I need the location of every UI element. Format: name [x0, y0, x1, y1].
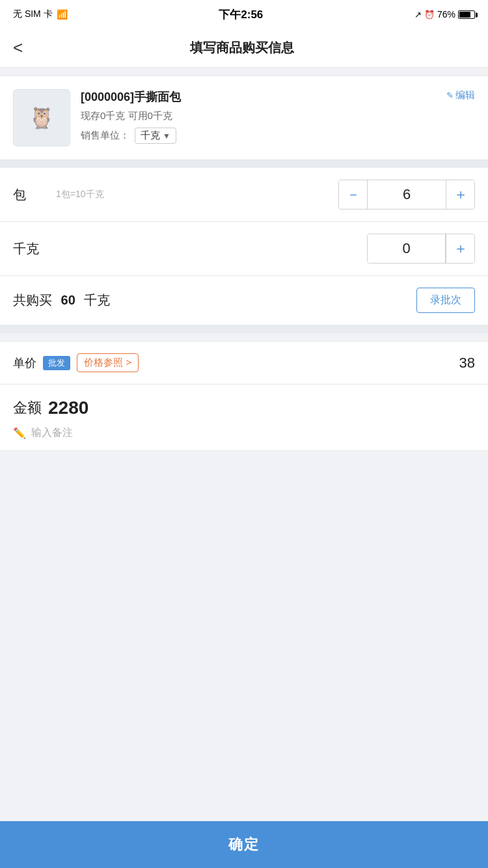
- total-unit: 千克: [84, 293, 110, 307]
- status-bar: 无 SIM 卡 📶 下午2:56 ↗ ⏰ 76%: [0, 0, 488, 29]
- confirm-button[interactable]: 确定: [0, 821, 488, 868]
- status-time: 下午2:56: [219, 7, 263, 22]
- edit-button[interactable]: ✎ 编辑: [446, 89, 475, 102]
- edit-icon: ✎: [446, 90, 454, 100]
- nav-bar: < 填写商品购买信息: [0, 29, 488, 68]
- back-button[interactable]: <: [13, 35, 28, 61]
- price-section: 单价 批发 价格参照 > 38 金额 2280 ✏️ 输入备注: [0, 341, 488, 451]
- wifi-icon: 📶: [57, 9, 68, 20]
- product-unit-row: 销售单位： 千克 ▼: [81, 128, 475, 144]
- unit-label: 销售单位：: [81, 129, 129, 142]
- alarm-icon: ⏰: [424, 10, 435, 20]
- battery-icon: [458, 9, 475, 20]
- record-batch-button[interactable]: 录批次: [416, 288, 475, 313]
- kg-input-row: 千克 ＋: [0, 222, 488, 276]
- note-placeholder: 输入备注: [31, 426, 73, 440]
- bao-plus-button[interactable]: ＋: [446, 180, 474, 209]
- product-stock: 现存0千克 可用0千克: [81, 110, 475, 122]
- total-text: 共购买 60 千克: [13, 292, 110, 309]
- pifa-tag: 批发: [43, 356, 70, 370]
- bao-input-row: 包 1包=10千克 － ＋: [0, 168, 488, 222]
- price-row: 单价 批发 价格参照 > 38: [0, 342, 488, 385]
- amount-label: 金额: [13, 398, 42, 418]
- kg-label: 千克: [13, 240, 52, 258]
- amount-section: 金额 2280 ✏️ 输入备注: [0, 385, 488, 450]
- chevron-down-icon: ▼: [163, 131, 170, 141]
- battery-pct: 76%: [437, 9, 455, 20]
- product-info: [0000006]手撕面包 ✎ 编辑 现存0千克 可用0千克 销售单位： 千克 …: [81, 89, 475, 144]
- main-background: [0, 451, 488, 646]
- total-row: 共购买 60 千克 录批次: [0, 276, 488, 325]
- product-card: 🦉 [0000006]手撕面包 ✎ 编辑 现存0千克 可用0千克 销售单位： 千…: [0, 75, 488, 160]
- kg-input[interactable]: [368, 234, 446, 263]
- total-amount: 60: [61, 293, 75, 307]
- product-name: [0000006]手撕面包: [81, 89, 181, 105]
- edit-label: 编辑: [455, 89, 475, 102]
- product-logo-icon: 🦉: [29, 105, 55, 130]
- bao-hint: 1包=10千克: [56, 189, 338, 200]
- bao-minus-button[interactable]: －: [339, 180, 368, 209]
- price-label: 单价: [13, 355, 36, 371]
- location-icon: ↗: [414, 10, 422, 20]
- bao-stepper: － ＋: [338, 180, 475, 210]
- total-prefix: 共购买: [13, 293, 52, 307]
- status-right: ↗ ⏰ 76%: [414, 9, 475, 20]
- amount-row: 金额 2280: [13, 398, 475, 418]
- kg-plus-button[interactable]: ＋: [446, 234, 474, 263]
- bao-input[interactable]: [368, 180, 446, 209]
- carrier-text: 无 SIM 卡: [13, 8, 53, 20]
- unit-value: 千克: [141, 129, 160, 142]
- pencil-icon: ✏️: [13, 427, 26, 439]
- price-value: 38: [459, 355, 475, 372]
- bao-label: 包: [13, 186, 52, 204]
- page-title: 填写商品购买信息: [28, 39, 455, 57]
- unit-select[interactable]: 千克 ▼: [135, 128, 176, 144]
- separator-1: [0, 160, 488, 168]
- price-ref-button[interactable]: 价格参照 >: [77, 353, 139, 372]
- status-carrier: 无 SIM 卡 📶: [13, 8, 68, 20]
- note-row[interactable]: ✏️ 输入备注: [13, 426, 475, 440]
- product-image: 🦉: [13, 89, 70, 146]
- amount-value: 2280: [48, 398, 88, 418]
- kg-stepper: ＋: [367, 234, 475, 264]
- separator-2: [0, 325, 488, 333]
